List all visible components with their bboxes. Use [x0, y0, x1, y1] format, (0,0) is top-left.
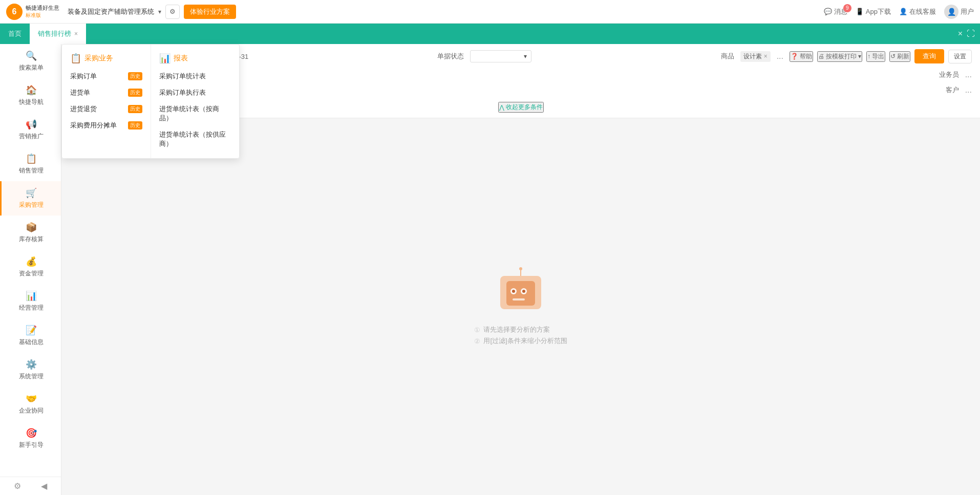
goods-dots[interactable]: ...	[777, 52, 783, 61]
help-icon: ❓	[791, 53, 798, 60]
print-dropdown[interactable]: ▾	[858, 53, 861, 60]
sidebar-item-guide[interactable]: 🎯 新手引导	[0, 421, 61, 456]
sidebar-label-marketing: 营销推广	[19, 132, 44, 141]
menu-item-purchase-return[interactable]: 进货退货 历史	[62, 101, 151, 117]
refresh-icon: ↺	[890, 53, 896, 60]
svg-point-5	[522, 290, 525, 293]
online-service-item[interactable]: 👤 在线客服	[899, 7, 936, 16]
user-item[interactable]: 👤 用户	[944, 5, 974, 19]
customer-dots[interactable]: ...	[965, 85, 972, 95]
svg-rect-1	[506, 281, 535, 306]
sidebar: 🔍 搜索菜单 🏠 快捷导航 📢 营销推广 📋 销售管理 🛒 采购管理 📦 库存核…	[0, 44, 61, 495]
industry-button[interactable]: 体验行业方案	[184, 5, 236, 19]
menu-item-receipt-stats-goods[interactable]: 进货单统计表（按商品）	[151, 101, 240, 126]
export-label: 导出	[872, 52, 884, 61]
purchase-icon: 🛒	[26, 187, 37, 199]
svg-rect-6	[513, 298, 525, 300]
tab-close-icon[interactable]: ×	[74, 30, 78, 37]
logo-text: 畅捷通好生意	[26, 4, 59, 11]
menu-item-order-exec-label: 采购订单执行表	[159, 88, 206, 97]
sidebar-settings-btn[interactable]: ⚙	[14, 481, 21, 491]
sys-title: 装备及固定资产辅助管理系统	[68, 7, 154, 16]
operations-icon: 📊	[26, 290, 37, 302]
menu-item-order-stats[interactable]: 采购订单统计表	[151, 68, 240, 84]
settings-gear[interactable]: ⚙	[165, 5, 180, 19]
menu-item-purchase-order-badge: 历史	[128, 72, 142, 80]
sidebar-item-marketing[interactable]: 📢 营销推广	[0, 113, 61, 147]
print-label: 按模板打印	[826, 52, 857, 61]
goods-tag-text: 设计素	[743, 52, 762, 61]
sidebar-label-search: 搜索菜单	[19, 63, 44, 72]
empty-hint-1: 请先选择要分析的方案	[474, 325, 567, 334]
query-button[interactable]: 查询	[914, 49, 944, 63]
doc-status-label: 单据状态	[437, 52, 464, 61]
empty-hint-2: 用[过滤]条件来缩小分析范围	[474, 336, 567, 346]
purchase-menu-right: 📊 报表 采购订单统计表 采购订单执行表 进货单统计表（按商品） 进货单统计表（…	[151, 45, 240, 158]
customer-label: 客户	[946, 85, 959, 95]
app-label: App下载	[866, 7, 891, 16]
sidebar-item-search[interactable]: 🔍 搜索菜单	[0, 44, 61, 78]
salesperson-dots[interactable]: ...	[965, 70, 972, 79]
app-download-item[interactable]: 📱 App下载	[856, 7, 891, 16]
sys-title-dropdown[interactable]: ▾	[158, 8, 161, 15]
sidebar-item-purchase[interactable]: 🛒 采购管理	[0, 181, 61, 216]
help-button[interactable]: ❓ 帮助	[790, 51, 813, 62]
report-col-title-text: 报表	[174, 54, 188, 63]
sidebar-label-basic-info: 基础信息	[19, 338, 44, 347]
basic-info-icon: 📝	[26, 325, 37, 336]
tab-fullscreen-icon[interactable]: ⛶	[967, 29, 975, 38]
sidebar-item-finance[interactable]: 💰 资金管理	[0, 250, 61, 284]
empty-illustration	[490, 266, 551, 317]
purchase-col-title-text: 采购业务	[84, 54, 113, 63]
phone-icon: 📱	[856, 8, 864, 15]
collapse-button[interactable]: ⋀ 收起更多条件	[498, 102, 544, 113]
svg-point-4	[512, 290, 515, 293]
export-button[interactable]: ↑ 导出	[866, 51, 885, 62]
sidebar-item-operations[interactable]: 📊 经营管理	[0, 284, 61, 318]
goods-tag-remove[interactable]: ×	[764, 53, 768, 60]
empty-text-list: 请先选择要分析的方案 用[过滤]条件来缩小分析范围	[474, 325, 567, 346]
user-avatar: 👤	[944, 5, 958, 19]
salesperson-label: 业务员	[939, 70, 959, 79]
sidebar-collapse-btn[interactable]: ◀	[41, 481, 47, 491]
service-icon: 👤	[899, 8, 907, 15]
menu-item-order-exec[interactable]: 采购订单执行表	[151, 84, 240, 101]
tab-close-all-icon[interactable]: ×	[958, 29, 963, 38]
sidebar-label-finance: 资金管理	[19, 269, 44, 278]
empty-hints: 请先选择要分析的方案 用[过滤]条件来缩小分析范围	[474, 323, 567, 348]
print-button[interactable]: 🖨 按模板打印 ▾	[817, 51, 862, 62]
tab-sales-rank[interactable]: 销售排行榜 ×	[30, 24, 86, 44]
filter-actions-right: ❓ 帮助 🖨 按模板打印 ▾ ↑ 导出 ↺ 刷新	[790, 49, 972, 63]
sidebar-item-inventory[interactable]: 📦 库存核算	[0, 216, 61, 250]
user-label: 用户	[961, 7, 974, 16]
sales-icon: 📋	[26, 153, 37, 164]
svg-point-8	[519, 267, 522, 270]
message-badge: 9	[843, 4, 851, 12]
menu-item-purchase-expense[interactable]: 采购费用分摊单 历史	[62, 117, 151, 134]
refresh-button[interactable]: ↺ 刷新	[889, 51, 910, 62]
report-col-icon: 📊	[159, 53, 171, 64]
tab-bar-actions: × ⛶	[958, 29, 980, 38]
logo-icon: 6	[6, 4, 23, 20]
sidebar-item-system[interactable]: ⚙️ 系统管理	[0, 353, 61, 387]
message-item[interactable]: 💬 消息 9	[824, 7, 847, 16]
menu-item-purchase-receipt-badge: 历史	[128, 89, 142, 97]
export-icon: ↑	[867, 53, 870, 60]
inventory-icon: 📦	[26, 222, 37, 233]
setting-button[interactable]: 设置	[948, 50, 972, 63]
menu-item-purchase-receipt[interactable]: 进货单 历史	[62, 84, 151, 101]
doc-status-select[interactable]: ▾	[470, 50, 531, 62]
sidebar-item-enterprise[interactable]: 🤝 企业协同	[0, 387, 61, 421]
sidebar-item-quick-nav[interactable]: 🏠 快捷导航	[0, 78, 61, 113]
sidebar-item-sales[interactable]: 📋 销售管理	[0, 147, 61, 181]
menu-item-receipt-stats-supplier[interactable]: 进货单统计表（按供应商）	[151, 126, 240, 152]
tab-home[interactable]: 首页	[0, 24, 30, 44]
menu-item-purchase-order[interactable]: 采购订单 历史	[62, 68, 151, 84]
help-label: 帮助	[800, 52, 812, 61]
purchase-menu-right-title: 📊 报表	[151, 51, 240, 68]
tab-sales-rank-label: 销售排行榜	[38, 29, 71, 38]
purchase-col-icon: 📋	[70, 53, 81, 64]
header-middle: 装备及固定资产辅助管理系统 ▾ ⚙ 体验行业方案	[68, 5, 824, 19]
sidebar-item-basic-info[interactable]: 📝 基础信息	[0, 318, 61, 353]
menu-item-purchase-expense-label: 采购费用分摊单	[70, 121, 117, 130]
